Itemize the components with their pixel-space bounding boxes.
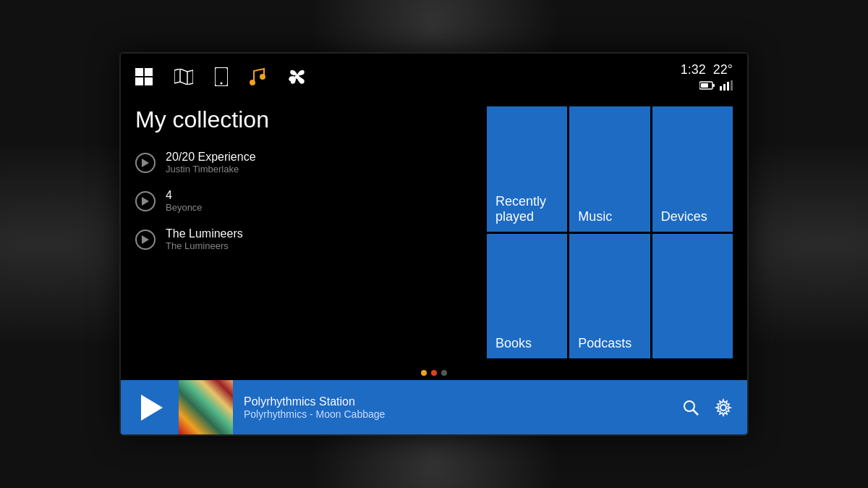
track-info-1: 20/20 Experience Justin Timberlake [166,151,256,174]
car-screen: 1:32 22° [119,52,749,436]
tile-books-label: Books [495,336,532,351]
tile-books[interactable]: Books [487,234,567,359]
tile-music-label: Music [578,209,612,224]
svg-rect-10 [720,86,722,91]
svg-rect-8 [712,84,715,87]
album-art [179,380,233,434]
status-icons [699,80,733,91]
track-item-1[interactable]: 20/20 Experience Justin Timberlake [135,145,472,180]
tile-podcasts[interactable]: Podcasts [569,234,650,359]
top-navigation: 1:32 22° [121,54,747,99]
music-icon[interactable] [250,67,265,87]
search-svg [682,399,699,416]
play-icon-1 [142,159,149,167]
track-item-2[interactable]: 4 Beyonce [135,183,472,219]
settings-svg [714,398,733,417]
settings-icon[interactable] [714,398,733,417]
signal-icon [720,80,733,91]
page-dots [121,366,747,380]
track-item-3[interactable]: The Lumineers The Lumineers [135,222,472,257]
bottom-actions [682,398,747,417]
svg-marker-14 [142,159,149,167]
tile-recently-played-label: Recently played [495,194,558,224]
track-info-2: 4 Beyonce [166,189,203,213]
win-logo-grid [135,68,153,85]
svg-point-5 [260,74,265,80]
play-circle-3 [135,230,156,250]
svg-line-18 [693,410,698,415]
time-temperature: 1:32 22° [681,62,733,77]
svg-point-17 [684,401,694,411]
battery-icon [699,81,715,90]
track-title-1: 20/20 Experience [166,151,256,164]
map-svg [174,69,193,85]
map-icon[interactable] [174,69,193,85]
tile-devices[interactable]: Devices [652,106,733,232]
tile-devices-label: Devices [661,209,707,224]
track-title-3: The Lumineers [166,227,243,240]
dot-2 [431,370,437,376]
collection-title: My collection [135,106,472,133]
fan-svg [287,67,307,87]
temperature-display: 22° [713,62,733,77]
svg-rect-11 [723,84,726,91]
main-content: My collection 20/20 Experience Justin Ti… [121,99,747,366]
tiles-grid: Recently played Music Devices Books Podc… [487,106,733,358]
track-title-2: 4 [166,189,203,202]
fan-icon[interactable] [287,67,307,87]
time-display: 1:32 [681,62,706,77]
car-background: 1:32 22° [0,0,868,488]
music-note-svg [250,67,265,87]
svg-marker-16 [142,235,149,244]
play-circle-2 [135,191,156,211]
dot-1 [421,370,427,376]
top-right-info: 1:32 22° [681,62,733,91]
now-playing-track: Polyrhythmics - Moon Cabbage [244,408,671,420]
left-panel: My collection 20/20 Experience Justin Ti… [135,106,472,358]
svg-point-19 [720,405,726,411]
track-artist-1: Justin Timberlake [166,164,256,174]
track-artist-3: The Lumineers [166,240,243,251]
album-art-visual [179,380,233,434]
play-triangle-icon [141,395,163,421]
tile-empty [652,234,733,359]
dot-3 [441,370,447,376]
play-circle-1 [135,153,156,173]
tile-recently-played[interactable]: Recently played [487,106,567,232]
phone-icon[interactable] [215,67,228,86]
play-button[interactable] [121,380,179,434]
svg-rect-9 [701,83,708,88]
search-icon[interactable] [682,399,699,416]
phone-svg [215,67,228,86]
now-playing-bar: Polyrhythmics Station Polyrhythmics - Mo… [121,380,747,434]
tile-podcasts-label: Podcasts [578,336,631,351]
svg-marker-0 [174,69,193,85]
windows-icon[interactable] [135,68,153,85]
play-icon-2 [142,197,149,206]
track-info-3: The Lumineers The Lumineers [166,227,243,251]
track-artist-2: Beyonce [166,202,203,213]
svg-rect-13 [731,80,733,91]
now-playing-station: Polyrhythmics Station [244,395,671,408]
tile-music[interactable]: Music [569,106,650,232]
svg-rect-12 [727,82,729,91]
nav-icon-group [135,67,681,87]
svg-point-3 [221,82,223,84]
play-icon-3 [142,235,149,244]
now-playing-info: Polyrhythmics Station Polyrhythmics - Mo… [233,395,682,420]
svg-point-4 [250,80,255,85]
svg-marker-15 [142,197,149,206]
